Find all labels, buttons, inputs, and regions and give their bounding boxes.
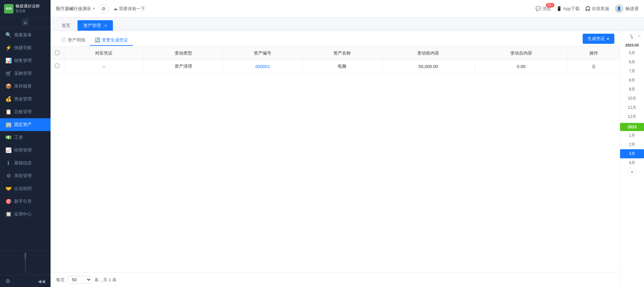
sales-icon: 📊 bbox=[5, 58, 11, 64]
panel-close-button[interactable]: ✕ bbox=[628, 32, 635, 39]
sidebar-nav: 🔍 搜索菜单 ⚡ 快捷导航 📊 销售管理 🛒 采购管理 📦 库存核算 💰 资金管… bbox=[0, 27, 51, 250]
sidebar-footer: ⚙ ◀◀ bbox=[0, 275, 51, 287]
company-name: 医疗器械行业演示 bbox=[56, 6, 91, 12]
basic-info-icon: ℹ bbox=[5, 160, 11, 166]
sidebar-item-inventory[interactable]: 📦 库存核算 bbox=[0, 80, 51, 93]
online-service-button[interactable]: 🎧 在线客服 bbox=[585, 6, 609, 12]
cal-divider bbox=[622, 122, 642, 122]
sidebar-item-basic-info[interactable]: ℹ 基础信息 bbox=[0, 157, 51, 169]
app-center-icon: 🔲 bbox=[5, 211, 11, 217]
experience-button[interactable]: ☁ 我要体验一下 bbox=[113, 6, 145, 12]
delete-row-icon[interactable]: 🗑 bbox=[591, 64, 596, 69]
sidebar-item-operations[interactable]: 📈 经营管理 bbox=[0, 144, 51, 157]
sidebar-item-enterprise[interactable]: 🤝 企业协同 bbox=[0, 182, 51, 195]
app-download-icon: 📱 bbox=[556, 6, 562, 11]
sub-tab-change-voucher[interactable]: 🔄 变更生成凭证 bbox=[90, 35, 133, 46]
sidebar-item-search[interactable]: 🔍 搜索菜单 bbox=[0, 29, 51, 41]
guide-icon: 🎯 bbox=[5, 198, 11, 204]
cal-month-11[interactable]: 11月 bbox=[620, 103, 644, 112]
scroll-track bbox=[25, 253, 26, 273]
calendar-panel: ✕ ⤢ ▲ 2023.03 5月 6月 7月 8月 9月 10月 11月 12月… bbox=[620, 31, 644, 287]
main-area: 医疗器械行业演示 ▼ ⚙ ☁ 我要体验一下 💬 消息 99+ 📱 App下载 🎧… bbox=[51, 0, 644, 287]
panel-expand-button[interactable]: ⤢ bbox=[636, 32, 643, 39]
sub-tab-asset-detail[interactable]: 📄 资产明细 bbox=[56, 35, 90, 46]
sub-tabs: 📄 资产明细 🔄 变更生成凭证 bbox=[56, 35, 133, 45]
per-page-select[interactable]: 50 10 20 100 bbox=[67, 276, 92, 284]
app-download-button[interactable]: 📱 App下载 bbox=[556, 6, 580, 12]
tab-close-icon[interactable]: ✕ bbox=[104, 24, 107, 28]
tab-home[interactable]: 首页 bbox=[56, 20, 76, 31]
sidebar-settings-icon[interactable]: ⚙ bbox=[5, 278, 10, 284]
main-content: 📄 资产明细 🔄 变更生成凭证 生成凭证 ▼ bbox=[51, 31, 620, 287]
tab-asset-management[interactable]: 资产管理 ✕ bbox=[78, 20, 113, 31]
cal-month-7[interactable]: 7月 bbox=[620, 67, 644, 76]
search-nav-icon: 🔍 bbox=[5, 32, 11, 38]
cloud-icon: ☁ bbox=[113, 6, 118, 11]
funds-icon: 💰 bbox=[5, 96, 11, 102]
row-before-content: 50,000.00 bbox=[382, 60, 475, 73]
sidebar-item-purchase[interactable]: 🛒 采购管理 bbox=[0, 67, 51, 80]
content-area: 📄 资产明细 🔄 变更生成凭证 生成凭证 ▼ bbox=[51, 31, 644, 287]
inventory-icon: 📦 bbox=[5, 83, 11, 89]
online-service-icon: 🎧 bbox=[585, 6, 590, 11]
message-button[interactable]: 💬 消息 99+ bbox=[535, 6, 551, 12]
top-header: 医疗器械行业演示 ▼ ⚙ ☁ 我要体验一下 💬 消息 99+ 📱 App下载 🎧… bbox=[51, 0, 644, 18]
sidebar-item-quicknav[interactable]: ⚡ 快捷导航 bbox=[0, 41, 51, 54]
cal-month-6[interactable]: 6月 bbox=[620, 58, 644, 67]
sidebar-item-sales[interactable]: 📊 销售管理 bbox=[0, 54, 51, 67]
header-asset-no: 资产编号 bbox=[223, 47, 303, 60]
sidebar-collapse-icon[interactable]: ◀◀ bbox=[38, 279, 45, 284]
sidebar-item-system[interactable]: ⚙ 系统管理 bbox=[0, 169, 51, 182]
row-voucher: -- bbox=[64, 60, 144, 73]
sidebar-item-ledger[interactable]: 📋 总账管理 bbox=[0, 105, 51, 118]
select-all-checkbox[interactable] bbox=[55, 51, 59, 55]
user-menu[interactable]: 👤 畅捷通 bbox=[615, 4, 639, 13]
cal-month-9[interactable]: 9月 bbox=[620, 85, 644, 94]
table-header-row: 对应凭证 变动类型 资产编号 资产名称 bbox=[51, 47, 620, 60]
row-change-type: 资产清理 bbox=[144, 60, 223, 73]
cal-month-8[interactable]: 8月 bbox=[620, 76, 644, 85]
cal-month-5[interactable]: 5月 bbox=[620, 49, 644, 58]
header-change-type: 变动类型 bbox=[144, 47, 223, 60]
message-icon: 💬 bbox=[535, 6, 541, 11]
cal-month-10[interactable]: 10月 bbox=[620, 94, 644, 103]
user-name: 畅捷通 bbox=[625, 6, 639, 12]
header-asset-name: 资产名称 bbox=[302, 47, 382, 60]
app-edition: 普及版 bbox=[16, 9, 40, 13]
ledger-icon: 📋 bbox=[5, 109, 11, 115]
row-checkbox[interactable] bbox=[55, 64, 59, 68]
sidebar-item-guide[interactable]: 🎯 新手引导 bbox=[0, 195, 51, 208]
cal-month-3-current[interactable]: 3月 bbox=[620, 149, 644, 158]
panel-controls: ✕ ⤢ bbox=[628, 32, 643, 39]
purchase-icon: 🛒 bbox=[5, 70, 11, 76]
sidebar-item-fixed-assets[interactable]: 🏢 固定资产 bbox=[0, 118, 51, 131]
asset-detail-icon: 📄 bbox=[61, 37, 66, 42]
cal-month-2[interactable]: 2月 bbox=[620, 140, 644, 149]
sidebar-scroll-up[interactable]: ▲ bbox=[22, 19, 29, 26]
sidebar-item-funds[interactable]: 💰 资金管理 bbox=[0, 93, 51, 105]
header-operation: 操作 bbox=[568, 47, 620, 60]
settings-button[interactable]: ⚙ bbox=[99, 4, 109, 13]
sidebar-item-salary[interactable]: 💵 工资 bbox=[0, 131, 51, 144]
table-container: 对应凭证 变动类型 资产编号 资产名称 bbox=[51, 47, 620, 272]
generate-voucher-button[interactable]: 生成凭证 ▼ bbox=[583, 34, 614, 44]
table-body: -- 资产清理 000001 电脑 50,000.00 0.00 🗑 bbox=[51, 60, 620, 73]
message-badge: 99+ bbox=[546, 3, 554, 7]
per-page-label: 每页 bbox=[56, 277, 65, 283]
cal-month-1[interactable]: 1月 bbox=[620, 131, 644, 140]
sidebar: AtA 畅捷通好业财 普及版 ▲ 🔍 搜索菜单 ⚡ 快捷导航 📊 销售管理 🛒 … bbox=[0, 0, 51, 287]
row-after-content: 0.00 bbox=[475, 60, 568, 73]
row-asset-no: 000001 bbox=[223, 60, 303, 73]
user-avatar: 👤 bbox=[615, 4, 623, 13]
header-before-content: 变动前内容 bbox=[382, 47, 475, 60]
cal-month-12[interactable]: 12月 bbox=[620, 112, 644, 121]
app-name: 畅捷通好业财 bbox=[16, 4, 40, 9]
cal-month-4[interactable]: 4月 bbox=[620, 158, 644, 167]
quicknav-icon: ⚡ bbox=[5, 45, 11, 51]
sidebar-scrollbar bbox=[0, 250, 51, 275]
tab-bar: 首页 资产管理 ✕ bbox=[51, 18, 644, 31]
sidebar-item-app-center[interactable]: 🔲 应用中心 bbox=[0, 208, 51, 221]
cal-scroll-down[interactable]: ▼ bbox=[628, 168, 636, 176]
row-asset-name: 电脑 bbox=[302, 60, 382, 73]
company-selector[interactable]: 医疗器械行业演示 ▼ bbox=[56, 6, 96, 12]
